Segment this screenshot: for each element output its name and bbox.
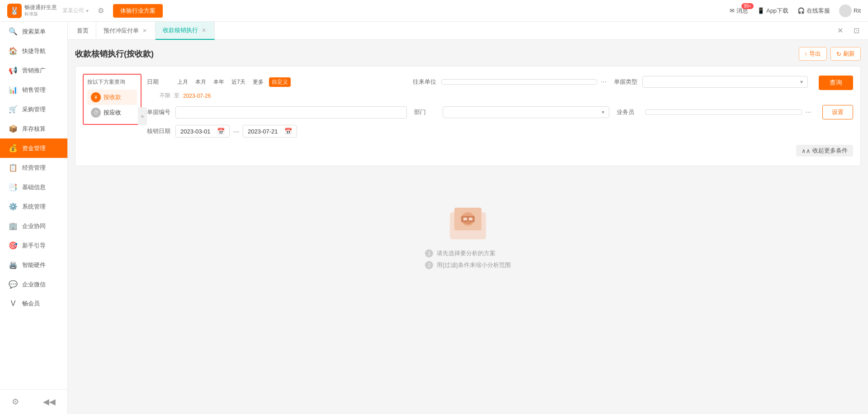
dept-select[interactable]: ▾ [443, 106, 609, 118]
tab-prepay[interactable]: 预付冲应付单 ✕ [96, 22, 156, 40]
app-name: 畅捷通好生意 [24, 4, 57, 10]
tab-close-btn[interactable]: ✕ [834, 24, 846, 37]
top-bar: 🐰 畅捷通好生意 标准版 某某公司 ▾ ⚙ 体验行业方案 ✉ 消息 99+ 📱 … [0, 0, 868, 22]
step1-num: 1 [425, 249, 433, 257]
sidebar-item-operations[interactable]: 📋 经营管理 [0, 158, 67, 177]
filter-option-by-receivable[interactable]: ⏱ 按应收 [87, 105, 137, 120]
search-icon: 🔍 [9, 27, 18, 36]
collapse-more-row: ∧∧ 收起更多条件 [147, 143, 853, 158]
filter-panel: 按以下方案查询 ¥ 按收款 ⏱ 按应收 » [75, 66, 861, 166]
tab-prepay-close[interactable]: ✕ [142, 27, 148, 35]
tab-home[interactable]: 首页 [70, 22, 96, 40]
username-label: Rit [854, 7, 861, 14]
svg-rect-5 [469, 218, 472, 220]
filter-row-3: 核销日期 2023-03-01 📅 — 2023-07-21 📅 [147, 125, 853, 138]
empty-illustration [441, 199, 495, 244]
mobile-icon: 📱 [757, 7, 764, 14]
staff-more-btn[interactable]: ··· [806, 108, 811, 116]
shortcut-7days[interactable]: 近7天 [230, 77, 247, 87]
dropdown-arrow: ▾ [86, 8, 89, 14]
sidebar-item-purchase[interactable]: 🛒 采购管理 [0, 100, 67, 119]
tab-expand-btn[interactable]: ⊡ [850, 24, 863, 37]
refresh-label: 刷新 [843, 50, 855, 58]
verify-date-start-input[interactable]: 2023-03-01 📅 [175, 125, 230, 138]
company-selector[interactable]: 某某公司 ▾ [62, 7, 89, 14]
filter-option-by-receipt[interactable]: ¥ 按收款 [87, 90, 137, 105]
filter-collapse-sidebar-btn[interactable]: » [138, 107, 147, 125]
sidebar-label-inventory: 库存核算 [22, 125, 46, 133]
sidebar-collapse-btn[interactable]: ◀◀ [39, 393, 59, 410]
set-btn-wrap: 设置 [822, 105, 853, 119]
sidebar-item-quick-nav[interactable]: 🏠 快捷导航 [0, 41, 67, 61]
verify-date-end-value: 2023-07-21 [248, 128, 278, 135]
set-btn[interactable]: 设置 [822, 105, 853, 119]
app-download-btn[interactable]: 📱 App下载 [757, 7, 788, 15]
content-area: 首页 预付冲应付单 ✕ 收款核销执行 ✕ ✕ ⊡ 收款核销执行(按收款) [68, 22, 868, 414]
bill-type-label: 单据类型 [614, 78, 639, 86]
sidebar-item-enterprise[interactable]: 🏢 企业协同 [0, 216, 67, 236]
refresh-btn[interactable]: ↻ 刷新 [830, 47, 861, 61]
message-btn[interactable]: ✉ 消息 99+ [730, 7, 748, 15]
sidebar-label-search-menu: 搜索菜单 [22, 28, 46, 36]
hardware-icon: 🖨️ [9, 261, 18, 269]
sidebar-item-wechat[interactable]: 💬 企业微信 [0, 275, 67, 294]
svg-rect-4 [463, 218, 467, 220]
verify-date-start-cal-icon[interactable]: 📅 [217, 128, 225, 135]
user-name[interactable]: Rit [839, 5, 861, 17]
shortcut-more[interactable]: 更多 [251, 77, 265, 87]
verify-date-start-value: 2023-03-01 [180, 128, 211, 135]
sidebar-item-system[interactable]: ⚙️ 系统管理 [0, 197, 67, 216]
collapse-arrow-icon: » [141, 113, 144, 119]
page-header: 收款核销执行(按收款) ↑ 导出 ↻ 刷新 [75, 47, 861, 61]
sidebar-label-quick-nav: 快捷导航 [22, 47, 46, 55]
sidebar-item-marketing[interactable]: 📢 营销推广 [0, 61, 67, 80]
sidebar-item-guide[interactable]: 🎯 新手引导 [0, 236, 67, 255]
tab-receipt-close[interactable]: ✕ [201, 26, 207, 34]
system-icon: ⚙️ [9, 202, 18, 211]
sidebar: 🔍 搜索菜单 🏠 快捷导航 📢 营销推广 📊 销售管理 🛒 采购管理 📦 库存核… [0, 22, 68, 414]
query-btn[interactable]: 查询 [819, 76, 853, 90]
date-no-limit: 不限 [160, 92, 170, 100]
sidebar-label-basic-info: 基础信息 [22, 183, 46, 191]
sidebar-item-inventory[interactable]: 📦 库存核算 [0, 119, 67, 138]
shortcut-this-month[interactable]: 本月 [193, 77, 208, 87]
svg-rect-3 [461, 216, 475, 222]
shortcut-custom[interactable]: 自定义 [269, 77, 291, 87]
tab-home-label: 首页 [77, 27, 89, 35]
party-more-btn[interactable]: ··· [601, 78, 607, 86]
sidebar-item-sales[interactable]: 📊 销售管理 [0, 80, 67, 100]
app-edition: 标准版 [24, 11, 57, 17]
shortcut-last-month[interactable]: 上月 [175, 77, 190, 87]
tab-receipt-label: 收款核销执行 [163, 26, 198, 34]
app-download-label: App下载 [766, 7, 788, 15]
bill-no-input[interactable] [175, 106, 407, 119]
sidebar-item-member[interactable]: V 畅会员 [0, 294, 67, 313]
verify-date-end-cal-icon[interactable]: 📅 [284, 128, 292, 135]
filter-row-1: 日期 上月 本月 本年 近7天 更多 自定义 [147, 74, 853, 90]
online-service-btn[interactable]: 🎧 在线客服 [797, 7, 830, 15]
step2-num: 2 [425, 261, 433, 269]
message-badge: 99+ [741, 3, 754, 9]
bill-type-field: 单据类型 ▾ [614, 76, 808, 88]
sidebar-settings-btn[interactable]: ⚙ [8, 393, 23, 410]
party-input[interactable] [441, 79, 597, 85]
export-btn[interactable]: ↑ 导出 [799, 47, 827, 61]
page-title: 收款核销执行(按收款) [75, 48, 154, 59]
bill-type-arrow: ▾ [800, 79, 803, 85]
bill-type-select[interactable]: ▾ [642, 76, 808, 88]
shortcut-this-year[interactable]: 本年 [212, 77, 226, 87]
date-label: 日期 [147, 78, 172, 86]
sidebar-item-basic-info[interactable]: 📑 基础信息 [0, 177, 67, 197]
sidebar-item-hardware[interactable]: 🖨️ 智能硬件 [0, 255, 67, 275]
verify-date-end-input[interactable]: 2023-07-21 📅 [243, 125, 297, 138]
app-name-block: 畅捷通好生意 标准版 [24, 4, 57, 17]
sidebar-item-finance[interactable]: 💰 资金管理 [0, 138, 67, 158]
collapse-more-btn[interactable]: ∧∧ 收起更多条件 [796, 145, 853, 157]
industry-btn[interactable]: 体验行业方案 [113, 4, 163, 18]
tab-receipt[interactable]: 收款核销执行 ✕ [156, 22, 215, 40]
settings-icon[interactable]: ⚙ [94, 4, 108, 18]
sidebar-item-search-menu[interactable]: 🔍 搜索菜单 [0, 22, 67, 41]
staff-input[interactable] [645, 109, 802, 115]
staff-label: 业务员 [617, 108, 642, 116]
inventory-icon: 📦 [9, 124, 18, 133]
